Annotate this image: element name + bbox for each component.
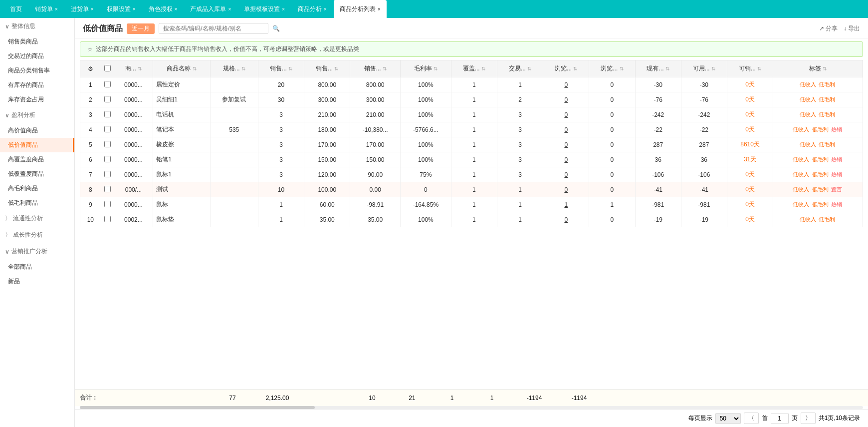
nav-role-auth[interactable]: 角色授权 × <box>143 0 184 18</box>
col-gross-rate[interactable]: 毛利率 ⇅ <box>401 60 451 77</box>
close-icon[interactable]: × <box>91 6 94 12</box>
close-icon[interactable]: × <box>55 6 58 12</box>
col-view2[interactable]: 浏览... ⇅ <box>589 60 635 77</box>
col-sale-amount[interactable]: 销售... ⇅ <box>350 60 401 77</box>
cell-view1[interactable]: 0 <box>543 92 589 107</box>
nav-home[interactable]: 首页 <box>4 0 28 18</box>
cell-checkbox[interactable] <box>101 167 114 182</box>
cell-view1[interactable]: 0 <box>543 137 589 152</box>
cell-checkbox[interactable] <box>101 212 114 227</box>
cell-view1[interactable]: 0 <box>543 107 589 122</box>
row-checkbox[interactable] <box>104 216 111 222</box>
col-spec[interactable]: 规格... ⇅ <box>210 60 258 77</box>
col-code[interactable]: 商... ⇅ <box>114 60 153 77</box>
search-icon[interactable]: 🔍 <box>272 25 280 32</box>
col-current-stock[interactable]: 现有... ⇅ <box>635 60 681 77</box>
col-settings[interactable]: ⚙ <box>80 60 101 77</box>
row-checkbox[interactable] <box>104 171 111 177</box>
cell-checkbox[interactable] <box>101 107 114 122</box>
view1-link[interactable]: 0 <box>564 111 568 118</box>
cell-checkbox[interactable] <box>101 122 114 137</box>
sidebar-item-low-value[interactable]: 低价值商品 <box>0 138 74 152</box>
sidebar-item-low-coverage[interactable]: 低覆盖度商品 <box>0 167 74 181</box>
cell-view1[interactable]: 0 <box>543 77 589 92</box>
cell-view1[interactable]: 0 <box>543 152 589 167</box>
row-checkbox[interactable] <box>104 96 111 102</box>
close-icon[interactable]: × <box>175 6 178 12</box>
col-coverage[interactable]: 覆盖... ⇅ <box>451 60 497 77</box>
sidebar-item-high-coverage[interactable]: 高覆盖度商品 <box>0 152 74 167</box>
sidebar-group-growth[interactable]: 〉 成长性分析 <box>0 227 74 243</box>
sidebar-item-low-margin[interactable]: 低毛利商品 <box>0 196 74 210</box>
row-checkbox[interactable] <box>104 81 111 87</box>
sidebar-item-new-goods[interactable]: 新品 <box>0 274 74 289</box>
view1-link[interactable]: 0 <box>564 81 568 88</box>
cell-view1[interactable]: 0 <box>543 182 589 197</box>
view1-link[interactable]: 0 <box>564 171 568 178</box>
cell-view1[interactable]: 0 <box>543 122 589 137</box>
sidebar-group-marketing[interactable]: ∨ 营销推广分析 <box>0 243 74 260</box>
sidebar-item-sales-goods[interactable]: 销售类商品 <box>0 34 74 49</box>
close-icon[interactable]: × <box>133 6 136 12</box>
row-checkbox[interactable] <box>104 141 111 147</box>
view1-link[interactable]: 0 <box>564 126 568 133</box>
search-input[interactable] <box>159 23 268 34</box>
col-sale-price[interactable]: 销售... ⇅ <box>304 60 350 77</box>
close-icon[interactable]: × <box>282 6 285 12</box>
share-btn[interactable]: ↗ 分享 <box>819 24 838 33</box>
cell-view1[interactable]: 0 <box>543 167 589 182</box>
close-icon[interactable]: × <box>324 6 327 12</box>
cell-view1[interactable]: 0 <box>543 212 589 227</box>
sidebar-group-circulation[interactable]: 〉 流通性分析 <box>0 210 74 227</box>
nav-sales-order[interactable]: 销货单 × <box>29 0 64 18</box>
view1-link[interactable]: 0 <box>564 186 568 193</box>
cell-checkbox[interactable] <box>101 152 114 167</box>
sidebar-item-all-goods[interactable]: 全部商品 <box>0 260 74 274</box>
view1-link[interactable]: 0 <box>564 216 568 223</box>
nav-goods-analysis-list[interactable]: 商品分析列表 × <box>334 0 387 18</box>
nav-template[interactable]: 单据模板设置 × <box>238 0 291 18</box>
next-page-btn[interactable]: 〉 <box>801 413 816 424</box>
col-tags[interactable]: 标签 ⇅ <box>773 60 863 77</box>
nav-purchase-order[interactable]: 进货单 × <box>65 0 100 18</box>
view1-link[interactable]: 0 <box>564 96 568 103</box>
cell-checkbox[interactable] <box>101 182 114 197</box>
sidebar-item-stock-goods[interactable]: 有库存的商品 <box>0 78 74 92</box>
col-sale-qty[interactable]: 销售... ⇅ <box>258 60 304 77</box>
page-size-select[interactable]: 50 100 200 <box>715 413 741 424</box>
cell-checkbox[interactable] <box>101 137 114 152</box>
close-icon[interactable]: × <box>378 6 381 12</box>
sidebar-item-high-value[interactable]: 高价值商品 <box>0 123 74 138</box>
view1-link[interactable]: 0 <box>564 156 568 163</box>
nav-permission[interactable]: 权限设置 × <box>101 0 142 18</box>
sidebar-group-overall[interactable]: ∨ 整体信息 <box>0 18 74 34</box>
col-name[interactable]: 商品名称 ⇅ <box>153 60 210 77</box>
cell-checkbox[interactable] <box>101 92 114 107</box>
cell-checkbox[interactable] <box>101 77 114 92</box>
sidebar-item-category-rate[interactable]: 商品分类销售率 <box>0 63 74 78</box>
page-number-input[interactable] <box>771 414 789 424</box>
export-btn[interactable]: ↓ 导出 <box>844 24 860 33</box>
select-all-checkbox[interactable] <box>104 65 111 71</box>
sidebar-group-profit[interactable]: ∨ 盈利分析 <box>0 107 74 123</box>
row-checkbox[interactable] <box>104 126 111 132</box>
sidebar-item-stock-fund[interactable]: 库存资金占用 <box>0 92 74 107</box>
row-checkbox[interactable] <box>104 201 111 207</box>
nav-product-in[interactable]: 产成品入库单 × <box>184 0 237 18</box>
row-checkbox[interactable] <box>104 186 111 192</box>
view1-link[interactable]: 0 <box>564 141 568 148</box>
nav-goods-analysis[interactable]: 商品分析 × <box>292 0 333 18</box>
close-icon[interactable]: × <box>228 6 231 12</box>
row-checkbox[interactable] <box>104 111 111 117</box>
col-available-stock[interactable]: 可用... ⇅ <box>681 60 727 77</box>
row-checkbox[interactable] <box>104 156 111 162</box>
col-trade-count[interactable]: 交易... ⇅ <box>497 60 543 77</box>
cell-view1[interactable]: 1 <box>543 197 589 212</box>
cell-checkbox[interactable] <box>101 197 114 212</box>
filter-recent-month-btn[interactable]: 近一月 <box>127 23 155 34</box>
first-page-btn[interactable]: 〈 <box>744 413 759 424</box>
col-sellable[interactable]: 可销... ⇅ <box>727 60 773 77</box>
sidebar-item-high-margin[interactable]: 高毛利商品 <box>0 181 74 196</box>
view1-link[interactable]: 1 <box>564 201 568 208</box>
sidebar-item-traded-goods[interactable]: 交易过的商品 <box>0 49 74 63</box>
